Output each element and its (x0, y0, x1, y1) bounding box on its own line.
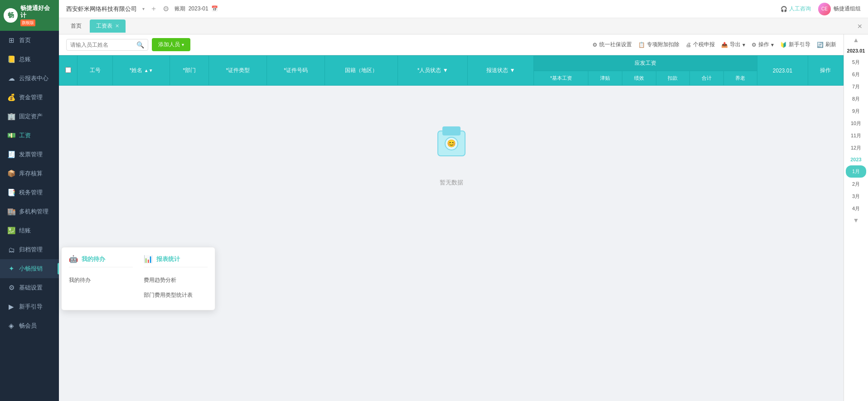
tab-salary[interactable]: 工资表 ✕ (90, 19, 126, 33)
app-title: 畅捷通好会计 (20, 5, 55, 19)
operations-action[interactable]: ⚙ 操作 ▾ (752, 41, 774, 48)
popup-col-report: 📊 报表统计 费用趋势分析 部门费用类型统计表 (144, 255, 208, 303)
main-area: 西安虾米网络科技有限公司 ▾ ＋ ⚙ 账期 2023-01 📅 🎧 人工咨询 C… (59, 0, 868, 401)
sidebar-item-cloud-report[interactable]: ☁ 云报表中心 (0, 69, 59, 88)
close-all-button[interactable]: ✕ (857, 23, 863, 30)
filter-icon2[interactable]: ▼ (510, 67, 515, 73)
right-month-6[interactable]: 6月 (844, 68, 868, 81)
th-nationality: 国籍（地区） (325, 56, 398, 86)
add-person-button[interactable]: 添加人员 ▾ (152, 38, 190, 51)
th-bonus: 绩效 (622, 71, 656, 86)
sidebar-item-fixed-assets[interactable]: 🏢 固定资产 (0, 107, 59, 126)
th-allowance: 津贴 (588, 71, 622, 86)
right-month-1[interactable]: 1月 (846, 165, 866, 178)
sidebar-item-salary[interactable]: 💵 工资 (0, 126, 59, 145)
user-menu[interactable]: CE 畅捷通组组 (818, 3, 861, 15)
settings-button[interactable]: ⚙ (163, 5, 169, 13)
service-button[interactable]: 🎧 人工咨询 (781, 5, 811, 13)
popup-item-todo[interactable]: 我的待办 (69, 273, 133, 288)
sidebar-item-member[interactable]: ◈ 畅会员 (0, 316, 59, 335)
th-id-type: *证件类型 (209, 56, 267, 86)
cloud-icon: ☁ (7, 74, 15, 82)
sidebar-item-invoice[interactable]: 🧾 发票管理 (0, 145, 59, 164)
invoice-icon: 🧾 (7, 150, 15, 159)
select-all-checkbox[interactable] (65, 67, 71, 73)
refresh-icon: 🔄 (817, 42, 824, 48)
right-month-4[interactable]: 4月 (844, 203, 868, 215)
calendar-icon[interactable]: 📅 (211, 5, 218, 12)
sidebar-item-new-guide[interactable]: ▶ 新手引导 (0, 297, 59, 316)
th-person-status: *人员状态 ▼ (398, 56, 468, 86)
add-company-button[interactable]: ＋ (150, 4, 157, 14)
export-action[interactable]: 📤 导出 ▾ (721, 41, 745, 48)
sidebar-item-tax[interactable]: 📑 税务管理 (0, 183, 59, 202)
company-name: 西安虾米网络科技有限公司 (66, 5, 137, 13)
toolbar: 🔍 添加人员 ▾ ⚙ 统一社保设置 📋 专项附加扣除 (59, 34, 844, 55)
sidebar-item-label: 云报表中心 (19, 74, 48, 82)
refresh-action[interactable]: 🔄 刷新 (817, 41, 836, 48)
operations-dropdown-icon: ▾ (771, 42, 774, 48)
svg-text:😊: 😊 (447, 139, 456, 148)
salary-table: 工号 *姓名 ▲▼ *部门 *证件类型 *证件号码 国籍（地区） *人员状态 ▼… (59, 55, 844, 223)
sidebar-item-xiaochang[interactable]: ✦ 小畅报销 (0, 259, 59, 278)
checkbox-header[interactable] (59, 56, 78, 86)
sidebar-item-label: 新手引导 (19, 303, 43, 311)
right-panel-prev[interactable]: ▲ (851, 34, 861, 45)
tab-home[interactable]: 首页 (64, 19, 88, 33)
right-month-9[interactable]: 9月 (844, 105, 868, 117)
right-panel-current-year: 2023 (850, 154, 861, 165)
special-deduction-action[interactable]: 📋 专项附加扣除 (638, 41, 679, 48)
member-icon: ◈ (7, 322, 15, 330)
export-dropdown-icon: ▾ (742, 42, 745, 48)
right-month-8[interactable]: 8月 (844, 93, 868, 105)
svg-rect-1 (442, 126, 461, 135)
filter-icon[interactable]: ▼ (443, 67, 448, 73)
sidebar-item-label: 总账 (19, 55, 31, 63)
right-month-11[interactable]: 11月 (844, 130, 868, 142)
th-operations: 操作 (808, 56, 843, 86)
search-box[interactable]: 🔍 (66, 39, 148, 51)
right-month-12[interactable]: 12月 (844, 142, 868, 154)
tab-close-icon[interactable]: ✕ (115, 23, 119, 29)
search-input[interactable] (70, 42, 134, 48)
right-month-3[interactable]: 3月 (844, 190, 868, 203)
inventory-icon: 📦 (7, 169, 15, 178)
right-month-2[interactable]: 2月 (844, 178, 868, 190)
right-month-7[interactable]: 7月 (844, 81, 868, 93)
sidebar-item-multi-org[interactable]: 🏬 多机构管理 (0, 202, 59, 221)
right-panel-next[interactable]: ▼ (851, 215, 861, 226)
sidebar-item-general-ledger[interactable]: 📒 总账 (0, 50, 59, 69)
toolbar-actions: ⚙ 统一社保设置 📋 专项附加扣除 🖨 个税申报 📤 导出 ▾ (592, 41, 836, 48)
salary-icon: 💵 (7, 131, 15, 140)
right-month-10[interactable]: 10月 (844, 117, 868, 130)
sidebar-item-label: 畅会员 (19, 322, 37, 330)
th-year-col: 2023.01 (757, 56, 808, 86)
tax-icon: 📑 (7, 188, 15, 197)
popup-item-dept[interactable]: 部门费用类型统计表 (144, 288, 208, 303)
personal-tax-action[interactable]: 🖨 个税申报 (686, 41, 715, 48)
sidebar-item-label: 工资 (19, 131, 31, 140)
popup-col-header-report: 📊 报表统计 (144, 255, 208, 267)
th-total: 合计 (690, 71, 724, 86)
company-dropdown-icon[interactable]: ▾ (142, 6, 145, 11)
deduction-icon: 📋 (638, 42, 645, 48)
popup-col-todo: 🤖 我的待办 我的待办 (69, 255, 133, 303)
sidebar-item-home[interactable]: ⊞ 首页 (0, 31, 59, 50)
tax-report-icon: 🖨 (686, 42, 691, 48)
period-label: 账期 2023-01 📅 (175, 5, 218, 13)
social-icon: ⚙ (592, 42, 597, 48)
sidebar-item-inventory[interactable]: 📦 库存核算 (0, 164, 59, 183)
sidebar-item-settlement[interactable]: 💹 结账 (0, 221, 59, 240)
new-guide-action[interactable]: 🔰 新手引导 (780, 41, 810, 48)
popup-item-trend[interactable]: 费用趋势分析 (144, 273, 208, 288)
guide-icon: ▶ (7, 303, 15, 311)
right-month-5[interactable]: 5月 (844, 56, 868, 68)
close-all-icon[interactable]: ✕ (857, 23, 863, 30)
sidebar-item-fund[interactable]: 💰 资金管理 (0, 88, 59, 107)
th-id-number: *证件号码 (267, 56, 325, 86)
social-insurance-action[interactable]: ⚙ 统一社保设置 (592, 41, 632, 48)
empty-state: 😊 暂无数据 (59, 86, 844, 223)
sidebar-item-archive[interactable]: 🗂 归档管理 (0, 240, 59, 259)
th-department: *部门 (170, 56, 209, 86)
sidebar-item-basic-settings[interactable]: ⚙ 基础设置 (0, 278, 59, 297)
